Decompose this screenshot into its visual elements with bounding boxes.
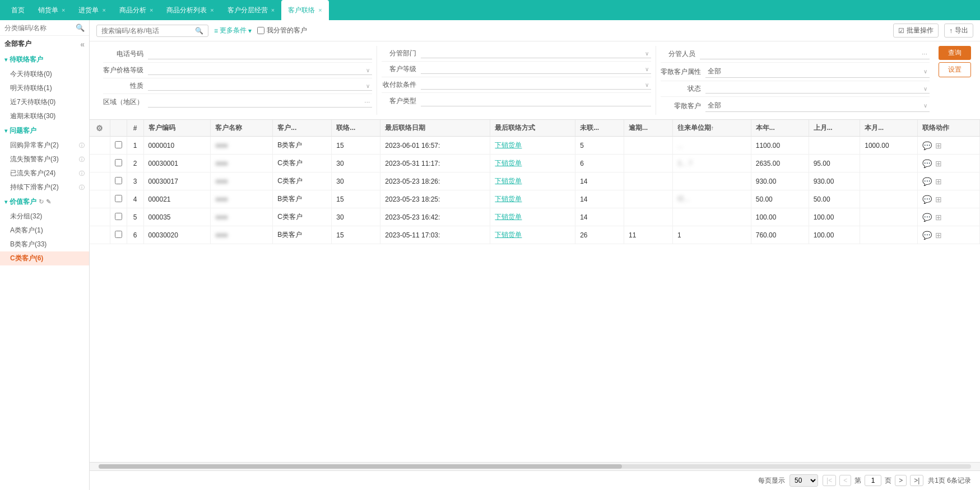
sidebar-item-churned[interactable]: 已流失客户(24) ⓘ [0, 166, 89, 180]
filter-manager-select[interactable]: ··· [700, 49, 930, 59]
nav-customer-tier[interactable]: 客户分层经营 × [221, 0, 281, 20]
search-icon[interactable]: 🔍 [195, 27, 203, 35]
last-page-btn[interactable]: >| [910, 475, 923, 486]
nav-home[interactable]: 首页 [4, 0, 31, 20]
grid-icon-5[interactable]: ⊞ [935, 231, 942, 240]
row-lastmethod-3[interactable]: 下销货单 [490, 190, 575, 208]
row-lastmethod-4[interactable]: 下销货单 [490, 208, 575, 226]
sidebar-item-tomorrow[interactable]: 明天待联络(1) [0, 81, 89, 95]
filter-scatter-cust-select[interactable]: 全部 ∨ [705, 100, 930, 112]
row-thismonth-3 [860, 190, 918, 208]
nav-product-list[interactable]: 商品分析列表 × [160, 0, 220, 20]
row-checkbox-4[interactable] [115, 213, 122, 220]
main-layout: 🔍 全部客户 « ▾ 待联络客户 今天待联络(0) 明天待联络(1) 近7天待联… [0, 20, 980, 490]
sidebar-search-input[interactable] [4, 24, 73, 32]
row-checkbox-5[interactable] [115, 231, 122, 238]
close-sales-icon[interactable]: × [62, 7, 65, 13]
filter-region-dots[interactable]: ··· [364, 98, 370, 106]
chat-icon-5[interactable]: 💬 [922, 231, 932, 240]
row-lastmonth-5: 100.00 [809, 226, 860, 244]
batch-op-btn[interactable]: ☑ 批量操作 [893, 24, 939, 38]
sidebar-item-declining[interactable]: 持续下滑客户(2) ⓘ [0, 180, 89, 194]
grid-icon-3[interactable]: ⊞ [935, 195, 942, 204]
sidebar-item-abnormal[interactable]: 回购异常客户(2) ⓘ [0, 138, 89, 152]
row-checkbox-2[interactable] [115, 177, 122, 184]
sidebar-group-pending[interactable]: ▾ 待联络客户 [0, 52, 89, 67]
filter-manager-dots[interactable]: ··· [922, 50, 927, 58]
edit-icon[interactable]: ✎ [46, 198, 51, 206]
close-product-analysis-icon[interactable]: × [150, 7, 153, 13]
chat-icon-1[interactable]: 💬 [922, 159, 932, 168]
filter-cust-level-select[interactable]: ∨ [421, 65, 651, 74]
my-customers-checkbox[interactable] [257, 27, 264, 34]
filter-dept-select[interactable]: ∨ [421, 49, 651, 58]
filter-payment-select[interactable]: ∨ [421, 81, 651, 90]
nav-purchase[interactable]: 进货单 × [72, 0, 112, 20]
grid-icon-1[interactable]: ⊞ [935, 159, 942, 168]
chat-icon-3[interactable]: 💬 [922, 195, 932, 204]
chevron-dept-icon: ∨ [645, 50, 649, 57]
nav-sales[interactable]: 销货单 × [31, 0, 72, 20]
filter-scatter-attr-select[interactable]: 全部 ∨ [705, 66, 930, 78]
row-code-3: 000021 [143, 190, 211, 208]
filter-nature-select[interactable]: ∨ [148, 82, 372, 91]
close-customer-tier-icon[interactable]: × [271, 7, 275, 13]
sidebar-search-icon[interactable]: 🔍 [76, 24, 85, 32]
refresh-icon[interactable]: ↻ [39, 198, 44, 206]
filter-status-select[interactable]: ∨ [705, 85, 930, 94]
filter-price-select[interactable]: ∨ [148, 66, 372, 75]
sidebar-group-problem[interactable]: ▾ 问题客户 [0, 123, 89, 138]
col-settings-header[interactable]: ⚙ [90, 120, 110, 137]
sidebar-item-overdue[interactable]: 逾期未联络(30) [0, 109, 89, 123]
sidebar-item-c-class[interactable]: C类客户(6) [0, 251, 89, 265]
search-input[interactable] [101, 27, 193, 35]
sidebar-item-a-class[interactable]: A类客户(1) [0, 223, 89, 237]
col-contact-header: 联络... [332, 120, 380, 137]
row-checkbox-3[interactable] [115, 195, 122, 202]
my-customers-wrap[interactable]: 我分管的客户 [257, 26, 307, 35]
nav-product-analysis[interactable]: 商品分析 × [113, 0, 160, 20]
prev-page-btn[interactable]: < [839, 475, 851, 486]
sidebar-collapse-icon[interactable]: « [80, 40, 85, 49]
h-scrollbar-thumb[interactable] [99, 464, 622, 469]
sidebar-group-value[interactable]: ▾ 价值客户 ↻ ✎ [0, 194, 89, 209]
query-button[interactable]: 查询 [939, 46, 971, 60]
chat-icon-0[interactable]: 💬 [922, 141, 932, 150]
row-lastmethod-2[interactable]: 下销货单 [490, 172, 575, 190]
row-lastmethod-1[interactable]: 下销货单 [490, 155, 575, 172]
close-purchase-icon[interactable]: × [102, 7, 105, 13]
row-lastmethod-0[interactable]: 下销货单 [490, 137, 575, 155]
sidebar-item-churn-warn[interactable]: 流失预警客户(3) ⓘ [0, 152, 89, 166]
sidebar-item-today[interactable]: 今天待联络(0) [0, 67, 89, 81]
sidebar-item-7days[interactable]: 近7天待联络(0) [0, 95, 89, 109]
col-lastdate-header: 最后联络日期 [380, 120, 490, 137]
set-button[interactable]: 设置 [939, 62, 971, 77]
sidebar-all-label: 全部客户 [4, 39, 31, 49]
row-lastmethod-5[interactable]: 下销货单 [490, 226, 575, 244]
filter-cust-type-input[interactable] [421, 96, 651, 106]
chat-icon-4[interactable]: 💬 [922, 213, 932, 222]
chat-icon-2[interactable]: 💬 [922, 177, 932, 186]
filter-phone-input[interactable] [148, 49, 372, 59]
close-customer-contact-icon[interactable]: × [318, 7, 322, 13]
row-lastdate-3: 2023-05-23 18:25: [380, 190, 490, 208]
grid-icon-2[interactable]: ⊞ [935, 177, 942, 186]
gear-icon[interactable]: ⚙ [96, 124, 103, 133]
sidebar-item-ungroup[interactable]: 未分组(32) [0, 209, 89, 223]
grid-icon-0[interactable]: ⊞ [935, 141, 942, 150]
close-product-list-icon[interactable]: × [210, 7, 213, 13]
sidebar-all-customers[interactable]: 全部客户 « [0, 36, 89, 52]
next-page-btn[interactable]: > [895, 475, 907, 486]
export-btn[interactable]: ↑ 导出 [944, 24, 973, 38]
sidebar-item-churned-label: 已流失客户(24) [10, 169, 77, 178]
row-checkbox-1[interactable] [115, 159, 122, 166]
sidebar-item-b-class[interactable]: B类客户(33) [0, 237, 89, 251]
more-conditions-btn[interactable]: ≡ 更多条件 ▾ [214, 26, 252, 35]
filter-region-select[interactable]: ··· [148, 97, 372, 108]
first-page-btn[interactable]: |< [823, 475, 836, 486]
nav-customer-contact[interactable]: 客户联络 × [281, 0, 328, 20]
row-checkbox-0[interactable] [115, 141, 122, 148]
grid-icon-4[interactable]: ⊞ [935, 213, 942, 222]
per-page-select[interactable]: 50 100 200 [789, 474, 818, 487]
page-number-input[interactable] [865, 475, 881, 486]
